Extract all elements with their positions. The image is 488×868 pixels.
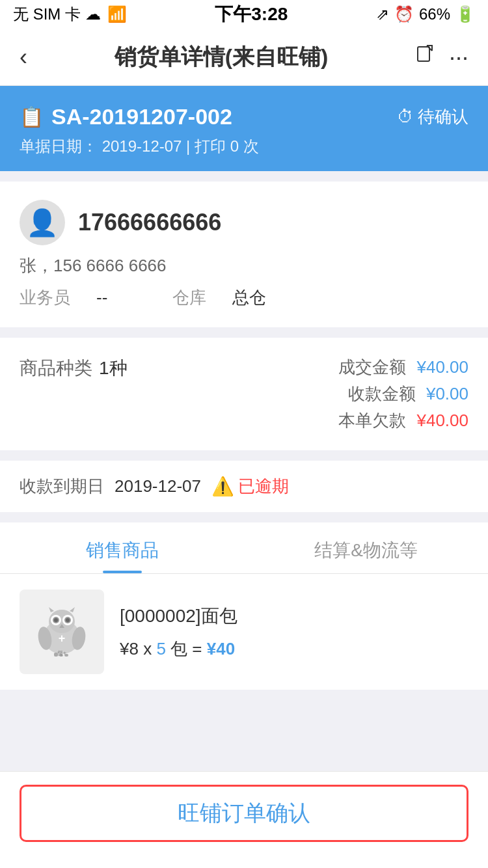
amount-value: ¥40.00 [416,357,468,377]
alarm-icon: ⏰ [394,5,414,23]
product-info: [0000002]面包 ¥8 x 5 包 = ¥40 [120,604,468,660]
due-date-card: 收款到期日 2019-12-07 ⚠️ 已逾期 [0,461,488,512]
status-bar: 无 SIM 卡 ☁ 📶 下午3:28 ⇗ ⏰ 66% 🔋 [0,0,488,29]
svg-point-7 [54,618,58,622]
svg-point-8 [66,618,70,622]
nav-bar: ‹ 销货单详情(来自旺铺) ··· [0,29,488,86]
confirm-button[interactable]: 旺铺订单确认 [20,785,468,842]
warehouse-value: 总仓 [232,286,266,309]
svg-text:督+: 督+ [57,650,66,657]
quantity-unit: 包 [170,639,187,658]
status-text: 待确认 [418,105,468,128]
product-kind-value: 1种 [99,356,128,381]
share-button[interactable] [415,44,436,71]
total-price: ¥40 [207,639,235,658]
warehouse-label: 仓库 [172,286,206,309]
svg-marker-11 [70,607,75,612]
bottom-bar: 旺铺订单确认 [0,771,488,868]
summary-card: 商品种类 1种 成交金额 ¥40.00 收款金额 ¥0.00 本单欠款 ¥40.… [0,338,488,450]
customer-phone: 17666666666 [78,209,221,236]
location-icon: ⇗ [376,5,389,23]
svg-marker-10 [49,607,54,612]
sales-value: -- [96,288,107,308]
status-left: 无 SIM 卡 ☁ 📶 [13,4,127,25]
person-icon: 👤 [26,208,59,238]
wifi-icon: 📶 [107,5,127,23]
tabs-section: 销售商品 结算&物流等 [0,522,488,690]
quantity: 5 [156,639,165,658]
product-kind-label: 商品种类 [20,356,92,381]
product-item: + 督+ [0000002]面包 ¥8 x 5 包 = ¥40 [0,574,488,690]
owed-label: 本单欠款 [338,409,406,432]
product-thumbnail: + 督+ [20,590,104,674]
amount-label: 成交金额 [338,356,406,379]
owed-value: ¥40.00 [416,411,468,431]
overdue-text: 已逾期 [238,475,289,498]
equals-sign: = [192,639,202,658]
nav-actions: ··· [415,44,468,71]
customer-name: 张，156 6666 6666 [20,254,468,277]
sim-status: 无 SIM 卡 ☁ [13,4,101,25]
status-right: ⇗ ⏰ 66% 🔋 [376,5,475,23]
tab-settlement-logistics[interactable]: 结算&物流等 [244,522,488,573]
back-button[interactable]: ‹ [20,44,27,71]
status-time: 下午3:28 [215,2,288,27]
sales-label: 业务员 [20,286,70,309]
product-name: [0000002]面包 [120,604,468,629]
more-button[interactable]: ··· [449,44,468,71]
avatar: 👤 [20,200,65,245]
customer-details: 业务员 -- 仓库 总仓 [20,286,468,309]
svg-rect-0 [418,47,429,61]
page-title: 销货单详情(来自旺铺) [115,42,329,72]
product-price: ¥8 x 5 包 = ¥40 [120,638,468,660]
order-status: ⏱ 待确认 [397,105,468,128]
svg-text:+: + [59,632,66,645]
order-icon: 📋 [20,105,44,128]
due-date-value: 2019-12-07 [115,476,201,496]
due-label: 收款到期日 [20,475,104,498]
overdue-badge: ⚠️ 已逾期 [211,475,289,498]
order-header-card: 📋 SA-20191207-002 ⏱ 待确认 单据日期： 2019-12-07… [0,86,488,171]
received-label: 收款金额 [348,383,416,405]
battery-icon: 🔋 [455,5,475,23]
tabs-header: 销售商品 结算&物流等 [0,522,488,574]
received-value: ¥0.00 [426,384,468,404]
battery-level: 66% [419,5,450,23]
order-id: SA-20191207-002 [51,104,232,129]
tab-sales-products[interactable]: 销售商品 [0,522,244,573]
order-meta: 单据日期： 2019-12-07 | 打印 0 次 [20,136,468,157]
warning-icon: ⚠️ [211,476,234,497]
customer-card: 👤 17666666666 张，156 6666 6666 业务员 -- 仓库 … [0,182,488,327]
price-unit: ¥8 [120,639,139,658]
multiply-sign: x [143,639,152,658]
clock-icon: ⏱ [397,107,414,127]
